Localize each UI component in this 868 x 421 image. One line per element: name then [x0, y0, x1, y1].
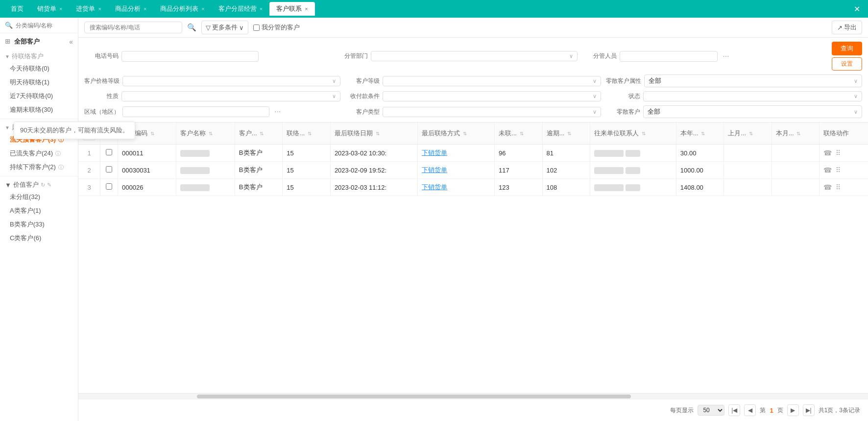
sidebar-item-declining[interactable]: 持续下滑客户(2) ⓘ — [0, 160, 78, 174]
payment-chevron: ∨ — [593, 93, 597, 99]
tab-customer-tier[interactable]: 客户分层经营 × — [212, 2, 269, 16]
prev-page-button[interactable]: ◀ — [744, 404, 756, 416]
this-month-sort-icon[interactable]: ⇅ — [796, 131, 800, 136]
action-phone-icon-1[interactable]: ☎ — [823, 166, 832, 174]
sidebar-item-tomorrow-pending[interactable]: 明天待联络(1) — [0, 75, 78, 89]
dept-select[interactable]: ∨ — [371, 51, 578, 61]
sidebar-collapse-btn[interactable]: « — [69, 38, 73, 46]
sidebar-group-value: ▼ 价值客户 ↻ ✎ — [0, 178, 78, 190]
price-level-select[interactable]: ∨ — [122, 76, 340, 86]
sidebar-item-b-class[interactable]: B类客户(33) — [0, 218, 78, 231]
pending-arrow-icon: ▼ — [5, 54, 10, 59]
sidebar-all-customers[interactable]: ⊞ 全部客户 « — [0, 33, 78, 50]
staff-input[interactable] — [620, 51, 718, 62]
name-sort-icon[interactable]: ⇅ — [209, 131, 213, 136]
tab-goods-list-close[interactable]: × — [201, 6, 204, 12]
staff-more-icon[interactable]: ··· — [723, 52, 729, 61]
region-more-icon[interactable]: ··· — [274, 107, 281, 116]
sidebar-item-overdue-pending[interactable]: 逾期未联络(30) — [0, 103, 78, 117]
sidebar-item-today-pending[interactable]: 今天待联络(0) — [0, 62, 78, 75]
contact-sort-icon[interactable]: ⇅ — [308, 131, 312, 136]
tab-purchase-close[interactable]: × — [98, 6, 101, 12]
overdue-sort-icon[interactable]: ⇅ — [567, 131, 571, 136]
td-last-method-1[interactable]: 下销货单 — [418, 162, 495, 179]
th-last-date: 最后联络日期 ⇅ — [330, 123, 417, 145]
filter-search-input[interactable] — [84, 22, 182, 33]
value-refresh-icon[interactable]: ↻ — [41, 182, 45, 188]
horizontal-scrollbar[interactable] — [78, 393, 868, 399]
first-page-button[interactable]: |◀ — [728, 404, 740, 416]
tab-purchase[interactable]: 进货单 × — [69, 2, 108, 16]
per-page-select[interactable]: 50 100 200 — [698, 405, 724, 416]
payment-select[interactable]: ∨ — [383, 91, 602, 101]
window-close-button[interactable]: ✕ — [850, 4, 864, 14]
tab-customer-contact[interactable]: 客户联系 × — [269, 2, 314, 16]
data-table-area: ⚙ 客户编码 ⇅ 客户名称 ⇅ — [78, 123, 868, 393]
contacts-sort-icon[interactable]: ⇅ — [642, 131, 646, 136]
settings-button[interactable]: 设置 — [832, 57, 862, 71]
tab-sales[interactable]: 销货单 × — [30, 2, 69, 16]
action-more-icon-2[interactable]: ⠿ — [836, 183, 841, 191]
type-sort-icon[interactable]: ⇅ — [260, 131, 264, 136]
last-date-sort-icon[interactable]: ⇅ — [376, 131, 380, 136]
risk-arrow-icon: ▼ — [5, 125, 10, 130]
row-checkbox-1[interactable] — [106, 166, 112, 173]
gender-select[interactable]: ∨ — [121, 91, 340, 101]
td-checkbox-0 — [100, 145, 118, 162]
tooltip-text: 90天未交易的客户，可能有流失风险。 — [20, 126, 78, 134]
value-edit-icon[interactable]: ✎ — [47, 182, 51, 188]
td-this-month-1 — [772, 162, 820, 179]
query-button[interactable]: 查询 — [832, 42, 862, 55]
row-checkbox-0[interactable] — [106, 149, 112, 155]
action-more-icon-1[interactable]: ⠿ — [836, 166, 841, 174]
zero-customer-select[interactable]: 全部 ∨ — [643, 105, 862, 118]
code-sort-icon[interactable]: ⇅ — [150, 131, 154, 136]
th-unlisted: 未联... ⇅ — [495, 123, 543, 145]
status-select[interactable]: ∨ — [643, 91, 862, 101]
sidebar: 🔍 ⊞ 全部客户 « ▼ 待联络客户 今天待联络(0) 明天待联络(1) 近7天… — [0, 18, 78, 421]
scrollbar-thumb[interactable] — [197, 395, 631, 398]
td-last-date-2: 2023-02-03 11:12: — [330, 179, 417, 196]
last-page-button[interactable]: ▶| — [803, 404, 815, 416]
customer-type-select[interactable]: ∨ — [383, 107, 602, 117]
export-button[interactable]: ↗ 导出 — [832, 21, 862, 34]
advanced-filter-panel: 电话号码 分管部门 ∨ 分管人员 ··· 查询 设置 — [78, 38, 868, 123]
action-more-icon-0[interactable]: ⠿ — [836, 149, 841, 157]
tab-customer-tier-close[interactable]: × — [260, 6, 263, 12]
tab-goods-analysis[interactable]: 商品分析 × — [108, 2, 153, 16]
sidebar-item-c-class[interactable]: C类客户(6) — [0, 231, 78, 245]
tab-customer-contact-close[interactable]: × — [305, 6, 308, 12]
sidebar-item-week-pending[interactable]: 近7天待联络(0) — [0, 89, 78, 103]
phone-input[interactable] — [121, 51, 259, 62]
last-method-sort-icon[interactable]: ⇅ — [463, 131, 467, 136]
filter-more-button[interactable]: ▽ 更多条件 ∨ — [201, 21, 248, 34]
zero-attr-select[interactable]: 全部 ∨ — [644, 74, 862, 87]
this-year-sort-icon[interactable]: ⇅ — [701, 131, 705, 136]
sidebar-search-input[interactable] — [16, 22, 78, 29]
tab-sales-close[interactable]: × — [59, 6, 62, 12]
filter-search-button[interactable]: 🔍 — [187, 23, 196, 32]
pending-group-label: 待联络客户 — [12, 52, 44, 61]
my-customers-checkbox-area[interactable]: 我分管的客户 — [253, 23, 300, 32]
sidebar-item-a-class[interactable]: A类客户(1) — [0, 204, 78, 218]
action-phone-icon-2[interactable]: ☎ — [823, 183, 832, 191]
td-last-method-0[interactable]: 下销货单 — [418, 145, 495, 162]
next-page-button[interactable]: ▶ — [787, 404, 799, 416]
last-month-sort-icon[interactable]: ⇅ — [749, 131, 753, 136]
customer-type-label: 客户类型 — [345, 108, 380, 116]
sidebar-item-churned[interactable]: 已流失客户(24) ⓘ — [0, 147, 78, 160]
action-phone-icon-0[interactable]: ☎ — [823, 149, 832, 157]
customer-level-select[interactable]: ∨ — [383, 76, 602, 86]
sidebar-item-ungroup[interactable]: 未分组(32) — [0, 190, 78, 204]
region-input[interactable] — [122, 106, 269, 117]
td-contact-0: 15 — [283, 145, 331, 162]
tab-goods-analysis-close[interactable]: × — [144, 6, 146, 12]
td-last-method-2[interactable]: 下销货单 — [418, 179, 495, 196]
tab-goods-list[interactable]: 商品分析列表 × — [153, 2, 211, 16]
row-checkbox-2[interactable] — [106, 183, 112, 190]
my-customers-checkbox[interactable] — [253, 25, 260, 31]
filter-icon: ▽ — [206, 24, 211, 31]
td-overdue-0: 81 — [542, 145, 590, 162]
tab-home[interactable]: 首页 — [4, 2, 30, 16]
unlisted-sort-icon[interactable]: ⇅ — [520, 131, 524, 136]
